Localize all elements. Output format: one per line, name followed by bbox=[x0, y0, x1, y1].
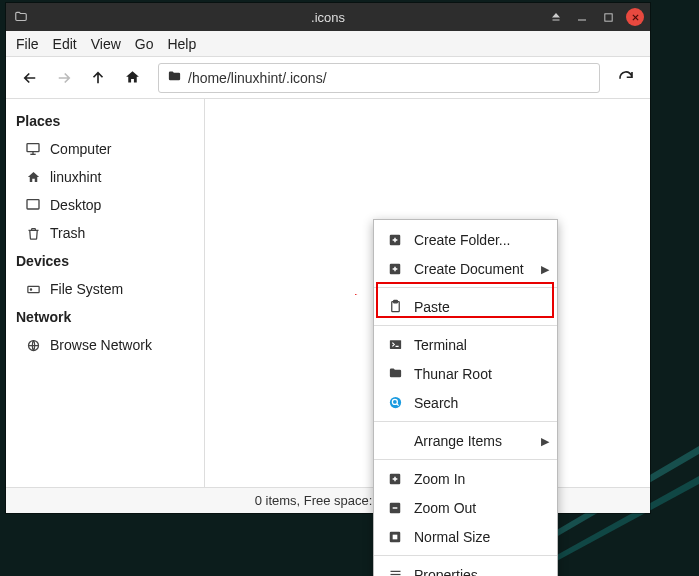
menu-item-paste[interactable]: Paste bbox=[374, 292, 557, 321]
plus-icon bbox=[386, 260, 404, 278]
svg-rect-22 bbox=[393, 534, 398, 539]
svg-point-9 bbox=[30, 288, 31, 289]
menu-item-label: Thunar Root bbox=[414, 366, 492, 382]
network-heading: Network bbox=[6, 303, 204, 331]
menu-item-label: Zoom Out bbox=[414, 500, 476, 516]
back-button[interactable] bbox=[16, 64, 44, 92]
disk-icon bbox=[24, 280, 42, 298]
reload-button[interactable] bbox=[612, 64, 640, 92]
places-heading: Places bbox=[6, 107, 204, 135]
menu-item-terminal[interactable]: Terminal bbox=[374, 330, 557, 359]
menu-item-label: Normal Size bbox=[414, 529, 490, 545]
sidebar-item-label: Browse Network bbox=[50, 337, 152, 353]
path-text: /home/linuxhint/.icons/ bbox=[188, 70, 327, 86]
svg-rect-7 bbox=[27, 200, 39, 209]
plus-icon bbox=[386, 231, 404, 249]
sidebar-item-computer[interactable]: Computer bbox=[6, 135, 204, 163]
folder-icon bbox=[386, 365, 404, 383]
properties-icon bbox=[386, 566, 404, 577]
sidebar-item-label: File System bbox=[50, 281, 123, 297]
sidebar-item-label: linuxhint bbox=[50, 169, 101, 185]
menu-separator bbox=[374, 459, 557, 460]
menu-item-label: Create Folder... bbox=[414, 232, 511, 248]
sidebar: Places Computer linuxhint Desktop bbox=[6, 99, 205, 487]
up-button[interactable] bbox=[84, 64, 112, 92]
globe-icon bbox=[24, 336, 42, 354]
forward-button[interactable] bbox=[50, 64, 78, 92]
menu-separator bbox=[374, 555, 557, 556]
menu-item-label: Paste bbox=[414, 299, 450, 315]
menubar: File Edit View Go Help bbox=[6, 31, 650, 57]
sidebar-item-browse-network[interactable]: Browse Network bbox=[6, 331, 204, 359]
menu-item-label: Create Document bbox=[414, 261, 524, 277]
sidebar-item-desktop[interactable]: Desktop bbox=[6, 191, 204, 219]
desktop-icon bbox=[24, 196, 42, 214]
menu-file[interactable]: File bbox=[16, 36, 39, 52]
menu-item-properties[interactable]: Properties... bbox=[374, 560, 557, 576]
eject-icon[interactable] bbox=[548, 9, 564, 25]
menu-help[interactable]: Help bbox=[167, 36, 196, 52]
menu-item-label: Properties... bbox=[414, 567, 489, 577]
minimize-button[interactable] bbox=[574, 9, 590, 25]
menu-item-normal-size[interactable]: Normal Size bbox=[374, 522, 557, 551]
svg-rect-1 bbox=[604, 13, 611, 20]
titlebar[interactable]: .icons bbox=[6, 3, 650, 31]
devices-heading: Devices bbox=[6, 247, 204, 275]
path-input[interactable]: /home/linuxhint/.icons/ bbox=[158, 63, 600, 93]
menu-edit[interactable]: Edit bbox=[53, 36, 77, 52]
menu-go[interactable]: Go bbox=[135, 36, 154, 52]
zoom-out-icon bbox=[386, 499, 404, 517]
sidebar-item-label: Computer bbox=[50, 141, 111, 157]
monitor-icon bbox=[24, 140, 42, 158]
sidebar-item-home[interactable]: linuxhint bbox=[6, 163, 204, 191]
toolbar: /home/linuxhint/.icons/ bbox=[6, 57, 650, 99]
chevron-right-icon: ▶ bbox=[541, 434, 549, 447]
folder-icon bbox=[167, 69, 182, 87]
svg-point-16 bbox=[389, 397, 400, 408]
clipboard-icon bbox=[386, 298, 404, 316]
sidebar-item-label: Desktop bbox=[50, 197, 101, 213]
menu-item-label: Arrange Items bbox=[414, 433, 502, 449]
menu-item-search[interactable]: Search bbox=[374, 388, 557, 417]
context-menu: Create Folder... Create Document ▶ Paste… bbox=[373, 219, 558, 576]
menu-item-label: Search bbox=[414, 395, 458, 411]
menu-item-label: Zoom In bbox=[414, 471, 465, 487]
home-button[interactable] bbox=[118, 64, 146, 92]
menu-item-create-folder[interactable]: Create Folder... bbox=[374, 225, 557, 254]
svg-rect-14 bbox=[393, 300, 397, 303]
close-button[interactable] bbox=[626, 8, 644, 26]
sidebar-item-trash[interactable]: Trash bbox=[6, 219, 204, 247]
home-icon bbox=[24, 168, 42, 186]
normal-size-icon bbox=[386, 528, 404, 546]
svg-rect-8 bbox=[27, 286, 38, 292]
menu-separator bbox=[374, 325, 557, 326]
menu-item-thunar-root[interactable]: Thunar Root bbox=[374, 359, 557, 388]
menu-item-create-document[interactable]: Create Document ▶ bbox=[374, 254, 557, 283]
svg-rect-15 bbox=[389, 340, 400, 349]
trash-icon bbox=[24, 224, 42, 242]
chevron-right-icon: ▶ bbox=[541, 262, 549, 275]
zoom-in-icon bbox=[386, 470, 404, 488]
maximize-button[interactable] bbox=[600, 9, 616, 25]
menu-item-arrange[interactable]: Arrange Items ▶ bbox=[374, 426, 557, 455]
sidebar-item-filesystem[interactable]: File System bbox=[6, 275, 204, 303]
menu-separator bbox=[374, 287, 557, 288]
svg-rect-4 bbox=[27, 144, 39, 152]
folder-app-icon bbox=[12, 8, 30, 26]
menu-item-zoom-in[interactable]: Zoom In bbox=[374, 464, 557, 493]
menu-view[interactable]: View bbox=[91, 36, 121, 52]
terminal-icon bbox=[386, 336, 404, 354]
menu-separator bbox=[374, 421, 557, 422]
menu-item-label: Terminal bbox=[414, 337, 467, 353]
menu-item-zoom-out[interactable]: Zoom Out bbox=[374, 493, 557, 522]
sidebar-item-label: Trash bbox=[50, 225, 85, 241]
search-icon bbox=[386, 394, 404, 412]
